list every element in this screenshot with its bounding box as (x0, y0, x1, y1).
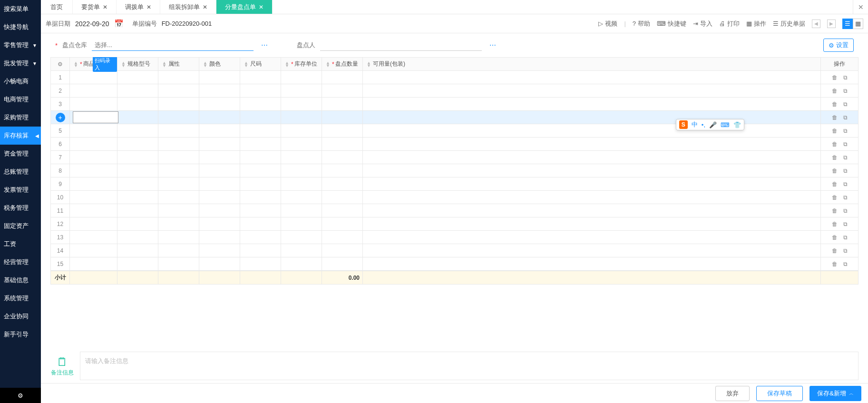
cell-attr[interactable] (158, 151, 199, 164)
tab-yaohuo[interactable]: 要货单✕ (73, 0, 117, 14)
delete-icon[interactable]: 🗑 (832, 128, 838, 134)
cell-color[interactable] (199, 191, 240, 204)
cell-spec[interactable] (117, 111, 158, 124)
prev-button[interactable]: ◀ (812, 20, 820, 28)
sidebar-settings[interactable]: ⚙ (0, 388, 41, 403)
sidebar-item-fund[interactable]: 资金管理 (0, 145, 41, 163)
copy-icon[interactable]: ⧉ (843, 194, 848, 201)
cell-qty[interactable] (322, 138, 363, 150)
ime-keyboard-icon[interactable]: ⌨ (721, 121, 730, 128)
cell-color[interactable] (199, 151, 240, 164)
hotkey-button[interactable]: ⌨快捷键 (657, 20, 686, 28)
cell-available[interactable] (363, 124, 821, 137)
close-icon[interactable]: ✕ (146, 4, 151, 10)
sidebar-item-wholesale[interactable]: 批发管理▼ (0, 54, 41, 72)
delete-icon[interactable]: 🗑 (832, 154, 838, 161)
cell-attr[interactable] (158, 244, 199, 257)
cell-unit[interactable] (281, 98, 322, 110)
cell-size[interactable] (240, 111, 281, 124)
sidebar-item-salary[interactable]: 工资 (0, 235, 41, 253)
copy-icon[interactable]: ⧉ (843, 74, 848, 81)
delete-icon[interactable]: 🗑 (832, 207, 838, 214)
cell-spec[interactable] (117, 71, 158, 84)
copy-icon[interactable]: ⧉ (843, 181, 848, 187)
copy-icon[interactable]: ⧉ (843, 101, 848, 108)
sidebar-item-basic[interactable]: 基础信息 (0, 271, 41, 289)
calendar-icon[interactable]: 📅 (114, 19, 124, 28)
cell-attr[interactable] (158, 71, 199, 84)
cell-available[interactable] (363, 151, 821, 164)
print-button[interactable]: 🖨打印 (719, 20, 740, 28)
sidebar-item-inventory[interactable]: 库存核算◀ (0, 127, 41, 145)
cell-product[interactable] (70, 151, 117, 164)
column-gear[interactable]: ⚙ (51, 58, 70, 70)
cell-unit[interactable] (281, 84, 322, 97)
cell-spec[interactable] (117, 177, 158, 190)
import-button[interactable]: ⇥导入 (693, 20, 712, 28)
sidebar-item-xiaochang[interactable]: 小畅电商 (0, 72, 41, 90)
cell-spec[interactable] (117, 191, 158, 204)
cell-color[interactable] (199, 231, 240, 244)
cell-attr[interactable] (158, 111, 199, 124)
cell-available[interactable] (363, 98, 821, 110)
cell-qty[interactable] (322, 164, 363, 177)
cell-available[interactable] (363, 111, 821, 124)
cell-color[interactable] (199, 111, 240, 124)
close-icon[interactable]: ✕ (203, 4, 207, 10)
tab-zuzhuang[interactable]: 组装拆卸单✕ (160, 0, 216, 14)
cell-qty[interactable] (322, 177, 363, 190)
table-row[interactable]: 7🗑⧉ (51, 151, 858, 164)
cell-product[interactable] (70, 124, 117, 137)
sidebar-item-search-menu[interactable]: 搜索菜单 (0, 0, 41, 18)
cell-size[interactable] (240, 151, 281, 164)
sidebar-item-system[interactable]: 系统管理 (0, 289, 41, 307)
delete-icon[interactable]: 🗑 (832, 234, 838, 241)
cell-attr[interactable] (158, 138, 199, 150)
table-row[interactable]: 15🗑⧉ (51, 257, 858, 271)
settings-button[interactable]: ⚙设置 (823, 39, 854, 52)
tab-pandian[interactable]: 分量盘点单✕ (216, 0, 273, 14)
column-color[interactable]: ▲▼颜色 (199, 58, 240, 70)
copy-icon[interactable]: ⧉ (843, 154, 848, 161)
cell-unit[interactable] (281, 151, 322, 164)
copy-icon[interactable]: ⧉ (843, 221, 848, 227)
table-row[interactable]: 14🗑⧉ (51, 244, 858, 257)
cell-qty[interactable] (322, 71, 363, 84)
cell-size[interactable] (240, 71, 281, 84)
column-size[interactable]: ▲▼尺码 (240, 58, 281, 70)
delete-icon[interactable]: 🗑 (832, 181, 838, 187)
column-spec[interactable]: ▲▼规格型号 (117, 58, 158, 70)
close-icon[interactable]: ✕ (259, 4, 263, 10)
cell-color[interactable] (199, 217, 240, 230)
cell-product[interactable] (70, 98, 117, 110)
delete-icon[interactable]: 🗑 (832, 74, 838, 81)
cell-product[interactable] (70, 257, 117, 270)
sidebar-item-invoice[interactable]: 发票管理 (0, 181, 41, 199)
sidebar-item-ecommerce[interactable]: 电商管理 (0, 90, 41, 108)
cell-unit[interactable] (281, 191, 322, 204)
cell-unit[interactable] (281, 71, 322, 84)
cell-qty[interactable] (322, 191, 363, 204)
cell-attr[interactable] (158, 164, 199, 177)
cell-product[interactable] (70, 217, 117, 230)
cell-spec[interactable] (117, 84, 158, 97)
sidebar-item-asset[interactable]: 固定资产 (0, 217, 41, 235)
cell-attr[interactable] (158, 204, 199, 217)
copy-icon[interactable]: ⧉ (843, 234, 848, 241)
cell-color[interactable] (199, 71, 240, 84)
cell-available[interactable] (363, 191, 821, 204)
cell-size[interactable] (240, 84, 281, 97)
cell-size[interactable] (240, 217, 281, 230)
cell-spec[interactable] (117, 257, 158, 270)
delete-icon[interactable]: 🗑 (832, 221, 838, 227)
copy-icon[interactable]: ⧉ (843, 261, 848, 267)
delete-icon[interactable]: 🗑 (832, 141, 838, 147)
help-button[interactable]: ?帮助 (633, 20, 650, 28)
scan-badge[interactable]: 扫码录入 (93, 57, 117, 72)
cell-spec[interactable] (117, 217, 158, 230)
more-icon[interactable]: ⋯ (489, 41, 497, 49)
cell-size[interactable] (240, 164, 281, 177)
cell-spec[interactable] (117, 231, 158, 244)
cell-size[interactable] (240, 204, 281, 217)
cell-spec[interactable] (117, 98, 158, 110)
